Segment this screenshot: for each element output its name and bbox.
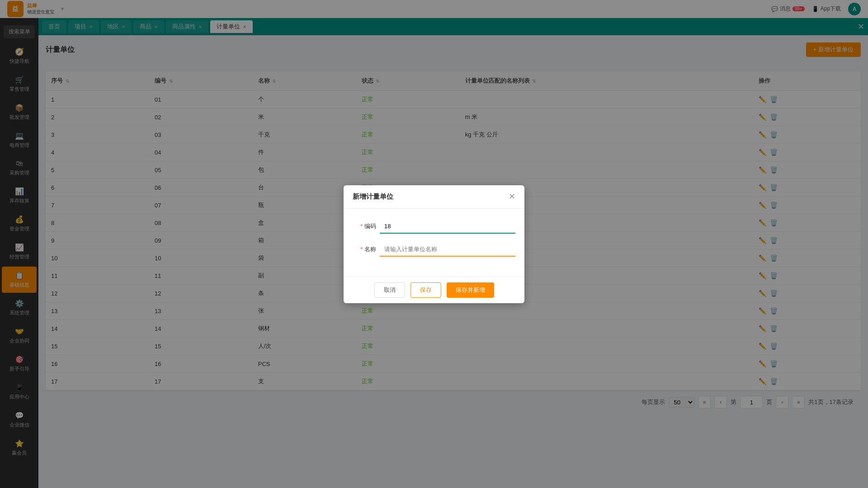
cancel-button[interactable]: 取消	[374, 282, 405, 298]
save-button[interactable]: 保存	[410, 282, 441, 298]
code-label: * 编码	[353, 222, 380, 230]
form-item-code: * 编码	[353, 220, 515, 234]
required-star-name: *	[360, 246, 363, 253]
name-label: * 名称	[353, 245, 380, 253]
code-input[interactable]	[380, 220, 515, 234]
modal-footer: 取消 保存 保存并新增	[344, 277, 524, 303]
save-new-button[interactable]: 保存并新增	[447, 282, 494, 298]
modal-header: 新增计量单位 ✕	[344, 185, 524, 209]
app-container: 益 益棒 销进货生意宝 ▼ 💬 消息 99+ 📱 App下载 A	[0, 0, 868, 488]
add-unit-modal: 新增计量单位 ✕ * 编码 * 名称	[344, 185, 524, 303]
modal-close-btn[interactable]: ✕	[509, 192, 515, 201]
form-item-name: * 名称	[353, 243, 515, 257]
modal-title: 新增计量单位	[353, 192, 393, 201]
modal-body: * 编码 * 名称	[344, 209, 524, 277]
name-input[interactable]	[380, 243, 515, 257]
modal-overlay: 新增计量单位 ✕ * 编码 * 名称	[0, 0, 868, 488]
required-star-code: *	[360, 223, 363, 230]
